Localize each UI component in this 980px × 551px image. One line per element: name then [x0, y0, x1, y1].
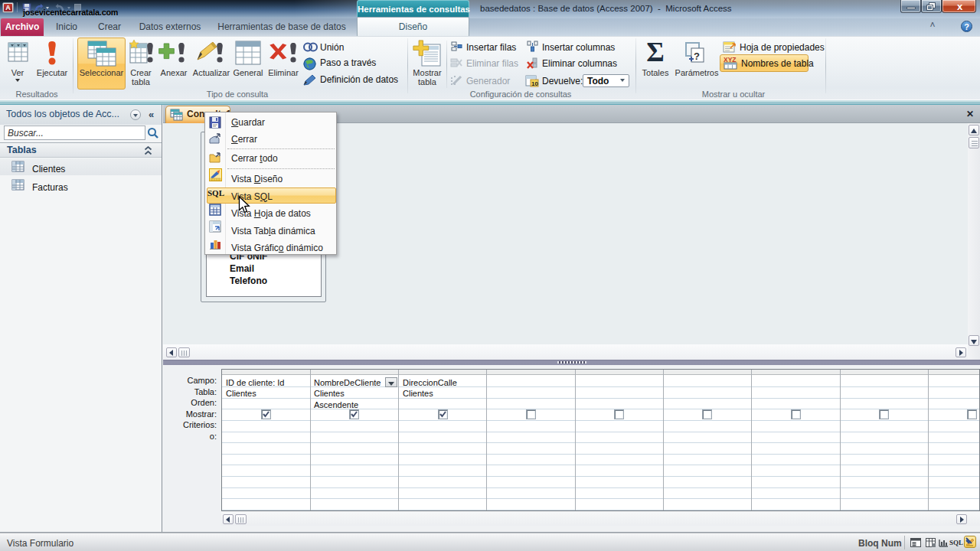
- svg-text:10: 10: [531, 80, 538, 87]
- svg-text:?: ?: [694, 51, 700, 62]
